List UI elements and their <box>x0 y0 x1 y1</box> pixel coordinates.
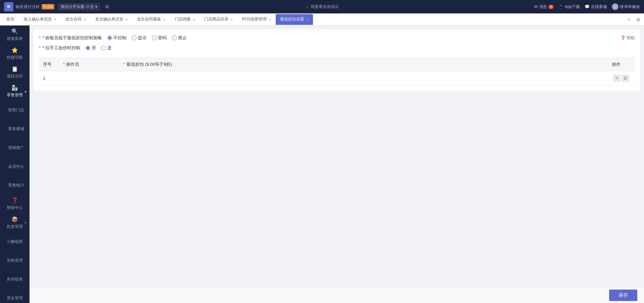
radio-remind-label: 提示 <box>138 35 147 41</box>
col-header-action: 操作 <box>608 58 635 71</box>
radio-password-input[interactable] <box>152 36 157 40</box>
tab-store-archive-label: 门店档案 <box>175 16 191 22</box>
edit-row-btn[interactable]: ✎ <box>613 74 621 82</box>
radio-yes-label: 是 <box>107 45 112 51</box>
message-btn[interactable]: ✉ 消息 8 <box>534 4 554 10</box>
sidebar-item-purchase-label: 采购管理 <box>7 258 23 263</box>
tab-payment-contract-label: 支出合同 <box>65 16 82 22</box>
sidebar-item-member-label: 会员中心 <box>8 164 24 169</box>
app-download-btn[interactable]: 📱 App下载 <box>558 4 580 10</box>
sidebar-item-shortcut[interactable]: ⭐ 快捷导航 <box>0 44 30 63</box>
tab-min-discount-close[interactable]: × <box>306 17 308 21</box>
app-download-label: App下载 <box>565 4 580 10</box>
tab-store-goods-close[interactable]: × <box>230 17 232 21</box>
user-btn[interactable]: U 徐泽华修改 <box>612 3 640 10</box>
sidebar-item-search[interactable]: 🔍 搜索菜单 <box>0 26 30 44</box>
radio-no-label: 否 <box>92 45 96 51</box>
radio-forbid[interactable]: 禁止 <box>172 35 187 41</box>
radio-no-control[interactable]: 不控制 <box>107 35 126 41</box>
sidebar-item-finance-label: 资金管理 <box>7 295 23 301</box>
sidebar-item-inventory[interactable]: 库存核算 <box>0 270 30 289</box>
sidebar-item-contract[interactable]: 📋 项目合同 <box>0 63 30 82</box>
message-label: 消息 <box>539 4 547 10</box>
delete-row-btn[interactable]: 🗑 <box>622 74 629 82</box>
col-header-min-discount: * 最低折扣 (9.00等于9折) <box>119 58 608 71</box>
sidebar-item-retail-stat[interactable]: 零售统计 <box>0 176 30 195</box>
tab-pos-password[interactable]: POS加密管理 × <box>238 14 275 25</box>
tab-payment-contract[interactable]: 支出合同 × <box>61 14 90 25</box>
col-header-operator: * 操作员 <box>59 58 119 71</box>
tab-payment-confirm-label: 支出确认单历史 <box>95 16 123 22</box>
cashier-policy-label: * * 收银员低于最低折扣控制策略 <box>39 35 102 41</box>
required-star-1: * <box>39 35 41 40</box>
tab-home[interactable]: 首页 <box>2 14 19 25</box>
online-service-label: 在线客服 <box>591 4 607 10</box>
project-name: 测试分开实案-小兄 <box>60 4 94 10</box>
star-icon: ⭐ <box>11 47 18 53</box>
close-tab-btn[interactable]: × <box>625 16 633 23</box>
tab-payment-contract-close[interactable]: × <box>84 17 86 21</box>
demo-link-area[interactable]: ○ 我要看实例演示 <box>306 4 339 10</box>
sidebar-item-marketing[interactable]: 营销推广 <box>0 138 30 157</box>
sidebar-item-marketing-label: 营销推广 <box>8 145 24 151</box>
sidebar-item-wholesale[interactable]: 📦 批发管理 <box>0 213 30 232</box>
cell-action: ✎ 🗑 <box>608 71 635 86</box>
message-badge: 8 <box>548 5 554 9</box>
discount-table: 序号 * 操作员 * 最低折扣 (9.00等于9折) <box>39 58 635 86</box>
retail-icon: 🏪 <box>11 85 18 91</box>
tab-payment-confirm-close[interactable]: × <box>125 17 127 21</box>
radio-yes[interactable]: 是 <box>101 45 112 51</box>
radio-no-input[interactable] <box>86 46 90 50</box>
sidebar-item-inventory-label: 库存核算 <box>7 276 23 282</box>
manual-price-row: * * 仅手工改价时控制 否 是 <box>39 45 635 51</box>
radio-forbid-input[interactable] <box>172 36 177 40</box>
tab-payment-board[interactable]: 支出合同看板 × <box>132 14 169 25</box>
table-row: 1 ✎ 🗑 <box>39 71 635 86</box>
sidebar-item-retail-mall[interactable]: 零售商城 <box>0 119 30 138</box>
tab-income-confirm-close[interactable]: × <box>54 17 56 21</box>
demo-link-text: 我要看实例演示 <box>311 4 339 10</box>
radio-remind-input[interactable] <box>132 36 137 40</box>
tab-store-goods[interactable]: 门店商品目录 × <box>200 14 237 25</box>
chevron-down-icon: ▾ <box>95 4 97 9</box>
sidebar-item-help[interactable]: ❓ 帮助中心 <box>0 195 30 213</box>
project-selector[interactable]: 测试分开实案-小兄 ▾ <box>58 3 100 11</box>
radio-yes-input[interactable] <box>101 46 106 50</box>
sidebar-item-shortcut-label: 快捷导航 <box>7 55 23 60</box>
cell-operator <box>59 71 119 86</box>
radio-remind[interactable]: 提示 <box>132 35 147 41</box>
tab-store-archive[interactable]: 门店档案 × <box>170 14 199 25</box>
sidebar-item-retail-mgmt[interactable]: 🏪 零售管理 <box>0 82 30 101</box>
tab-income-confirm[interactable]: 收入确认单历史 × <box>19 14 60 25</box>
help-link[interactable]: ❓ 帮助 <box>621 35 635 41</box>
sidebar-item-ecommerce[interactable]: 小畅电商 <box>0 232 30 251</box>
logo-icon: 财 <box>4 2 13 11</box>
wholesale-icon: 📦 <box>11 216 18 222</box>
tab-store-archive-close[interactable]: × <box>193 17 195 21</box>
discount-table-container: 序号 * 操作员 * 最低折扣 (9.00等于9折) <box>39 55 635 86</box>
radio-no-control-input[interactable] <box>107 36 112 40</box>
tab-payment-board-close[interactable]: × <box>163 17 165 21</box>
settings-icon[interactable]: ⚙ <box>103 3 111 10</box>
sidebar-item-member[interactable]: 会员中心 <box>0 157 30 176</box>
sidebar-item-purchase[interactable]: 采购管理 <box>0 251 30 270</box>
radio-no-control-label: 不控制 <box>113 35 126 41</box>
tab-min-discount-label: 最低折扣设置 <box>280 16 304 22</box>
radio-password[interactable]: 密码 <box>152 35 167 41</box>
expand-tabs-btn[interactable]: ⊞ <box>635 16 642 23</box>
required-star-2: * <box>39 45 41 50</box>
tab-pos-password-close[interactable]: × <box>269 17 271 21</box>
sidebar-item-help-label: 帮助中心 <box>7 205 23 211</box>
tab-payment-confirm[interactable]: 支出确认单历史 × <box>91 14 132 25</box>
search-icon: 🔍 <box>11 28 18 35</box>
online-service-btn[interactable]: 💬 在线客服 <box>585 4 607 10</box>
user-name: 徐泽华修改 <box>620 4 640 10</box>
radio-no[interactable]: 否 <box>86 45 96 51</box>
sidebar-item-finance[interactable]: 资金管理 <box>0 289 30 303</box>
message-icon: ✉ <box>534 4 538 9</box>
sidebar-item-smart-store[interactable]: 智慧门店 <box>0 101 30 119</box>
tabbar-actions: × ⊞ <box>625 16 642 23</box>
tab-min-discount[interactable]: 最低折扣设置 × <box>276 14 313 25</box>
download-icon: 📱 <box>558 4 564 9</box>
save-button[interactable]: 保存 <box>609 290 637 301</box>
